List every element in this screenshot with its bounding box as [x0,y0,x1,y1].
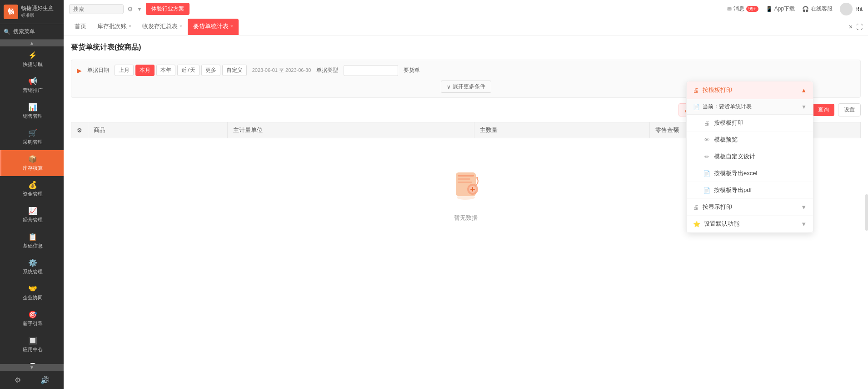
dropdown-item-set-default[interactable]: ⭐ 设置默认功能 ▼ [687,216,813,232]
topbar-dropdown-icon[interactable]: ▼ [137,6,142,12]
sidebar-item-finance[interactable]: 💰 资金管理 [0,176,64,202]
app-download-button[interactable]: 📱 App下载 [766,5,795,13]
business-icon: 📈 [28,207,37,215]
order-type-select[interactable] [344,65,398,76]
settings-button[interactable]: 设置 [838,103,861,116]
user-area[interactable]: Rit [840,3,863,15]
sidebar-item-label: 新手引导 [23,320,43,327]
sidebar-item-inventory[interactable]: 📦 库存核算 [0,150,64,176]
current-template-chevron[interactable]: ▼ [801,104,807,110]
sidebar-item-label: 营销推广 [23,87,43,94]
sidebar-item-basic[interactable]: 📋 基础信息 [0,228,64,254]
guide-icon: 🎯 [28,310,37,319]
sidebar-scroll-down[interactable]: ▼ [0,364,64,371]
display-print-chevron: ▼ [801,204,807,211]
set-default-chevron: ▼ [801,221,807,227]
industry-solution-button[interactable]: 体验行业方案 [146,3,190,15]
sidebar-item-quick-nav[interactable]: ⚡ 快捷导航 [0,46,64,72]
sidebar-item-guide[interactable]: 🎯 新手引导 [0,306,64,332]
basic-icon: 📋 [28,232,37,241]
tabs-bar: 首页 库存批次账 × 收发存汇总表 × 要货单统计表 × × ⛶ [64,18,868,35]
more-date-button[interactable]: 更多 [201,65,220,76]
marketing-icon: 📢 [28,77,37,86]
template-print-label: 按模板打印 [714,119,743,127]
sidebar-item-purchase[interactable]: 🛒 采购管理 [0,124,64,150]
dropdown-item-template-preview[interactable]: 👁 模板预览 [687,131,813,148]
dropdown-item-display-print[interactable]: 🖨 按显示打印 ▼ [687,199,813,216]
order-type-select-wrapper [344,65,398,76]
sidebar-item-label: 库存核算 [23,165,43,172]
sidebar-item-system[interactable]: ⚙️ 系统管理 [0,254,64,280]
template-preview-icon: 👁 [703,136,710,143]
custom-date-button[interactable]: 自定义 [222,65,247,76]
sidebar-bottom: ⚙ 🔊 [0,371,64,389]
sidebar-search[interactable]: 🔍 搜索菜单 [0,24,64,40]
message-label: 消息 [733,5,744,13]
tab-order-stats-close[interactable]: × [230,24,233,29]
tab-close-all-button[interactable]: × [849,23,853,30]
query-label: 查询 [818,106,829,114]
dropdown-item-export-excel[interactable]: 📄 按模板导出excel [687,165,813,182]
sidebar-item-wechat[interactable]: 💬 企业微信 [0,358,64,364]
tab-collection-summary-label: 收发存汇总表 [142,22,178,30]
filter-expand-icon[interactable]: ▶ [77,67,82,74]
app-badge: 标准版 [21,12,54,19]
message-button[interactable]: ✉ 消息 99+ [727,5,758,13]
tab-expand-button[interactable]: ⛶ [856,23,863,30]
gear-icon[interactable]: ⚙ [77,127,82,134]
topbar: ⚙ ▼ 体验行业方案 ✉ 消息 99+ 📱 App下载 🎧 在线客服 Rit [64,0,868,18]
tab-collection-close[interactable]: × [180,24,182,29]
topbar-gear-icon[interactable]: ⚙ [127,5,133,13]
tab-batch-account-close[interactable]: × [129,24,131,29]
expand-more-button[interactable]: ∨ 展开更多条件 [441,81,491,93]
set-default-left: ⭐ 设置默认功能 [693,220,739,228]
sidebar-item-collab[interactable]: 🤝 企业协同 [0,280,64,306]
sidebar-item-apps[interactable]: 🔲 应用中心 [0,332,64,358]
user-name: Rit [855,5,863,12]
sidebar-item-sales[interactable]: 📊 销售管理 [0,98,64,124]
topbar-right: ✉ 消息 99+ 📱 App下载 🎧 在线客服 Rit [727,3,863,15]
date-filter-label: 单据日期 [87,66,109,74]
dropdown-item-template-print[interactable]: 🖨 按模板打印 [687,115,813,131]
svg-rect-3 [458,178,470,180]
sidebar-item-marketing[interactable]: 📢 营销推广 [0,72,64,98]
scroll-indicator[interactable] [865,194,868,231]
user-avatar [840,3,853,15]
sidebar-logo: 畅 畅捷通好生意 标准版 [0,0,64,24]
tab-collection-summary[interactable]: 收发存汇总表 × [137,19,188,35]
online-service-button[interactable]: 🎧 在线客服 [802,5,833,13]
sales-icon: 📊 [28,103,37,111]
settings-icon[interactable]: ⚙ [15,376,21,384]
inventory-icon: 📦 [28,155,37,163]
export-pdf-label: 按模板导出pdf [714,186,752,194]
system-icon: ⚙️ [28,258,37,267]
template-design-icon: ✏ [703,153,710,160]
last7days-button[interactable]: 近7天 [177,65,200,76]
print-dropdown: 🖨 按模板打印 ▲ 📄 当前：要货单统计表 ▼ 🖨 按模板打印 [686,81,813,233]
sidebar-item-label: 企业协同 [23,294,43,301]
this-year-button[interactable]: 本年 [156,65,175,76]
sidebar-item-business[interactable]: 📈 经营管理 [0,202,64,228]
dropdown-item-template-design[interactable]: ✏ 模板自定义设计 [687,148,813,165]
sidebar-scroll-up[interactable]: ▲ [0,40,64,46]
template-preview-label: 模板预览 [714,136,738,144]
display-print-left: 🖨 按显示打印 [693,203,732,211]
dropdown-close-icon[interactable]: ▲ [801,87,807,94]
sidebar-item-label: 销售管理 [23,113,43,120]
tab-home-label: 首页 [75,22,86,30]
topbar-search-input[interactable] [69,4,124,14]
tab-order-stats[interactable]: 要货单统计表 × [188,19,239,35]
table-gear-header[interactable]: ⚙ [71,122,88,138]
dropdown-item-export-pdf[interactable]: 📄 按模板导出pdf [687,182,813,199]
tab-order-stats-label: 要货单统计表 [193,22,229,30]
order-type-label: 单据类型 [316,66,338,74]
query-button[interactable]: 查询 [813,104,834,116]
tab-home[interactable]: 首页 [69,19,92,35]
this-month-button[interactable]: 本月 [135,65,155,76]
prev-month-button[interactable]: 上月 [115,65,134,76]
sound-icon[interactable]: 🔊 [40,376,50,384]
tab-batch-account[interactable]: 库存批次账 × [92,19,137,35]
dropdown-header-right: ▲ [801,87,807,94]
apps-icon: 🔲 [28,336,37,345]
sidebar-search-label: 搜索菜单 [13,28,35,35]
